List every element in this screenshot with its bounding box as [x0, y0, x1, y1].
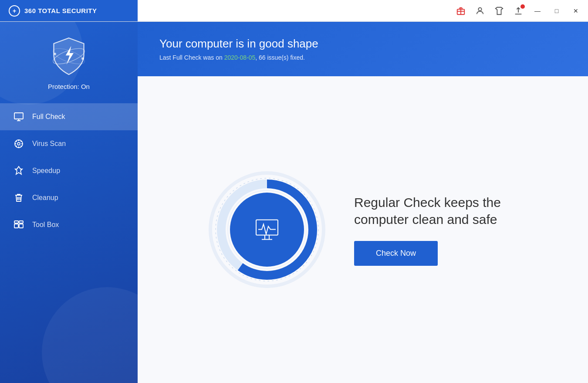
titlebar-controls: — □ ✕ — [452, 2, 588, 20]
update-badge — [520, 4, 525, 9]
logo-circle: + — [9, 5, 20, 17]
content-area: Your computer is in good shape Last Full… — [138, 22, 588, 383]
cleanup-icon — [13, 192, 24, 203]
titlebar: + 360 TOTAL SECURITY — — [0, 0, 588, 22]
svg-rect-18 — [256, 220, 278, 235]
status-title: Your computer is in good shape — [159, 37, 566, 51]
gift-button[interactable] — [452, 2, 470, 20]
cta-title: Regular Check keeps the computer clean a… — [354, 194, 520, 228]
toolbox-label: Tool Box — [32, 221, 59, 229]
svg-point-5 — [81, 58, 84, 60]
donut-center-icon — [230, 193, 304, 267]
toolbox-icon — [13, 219, 24, 230]
virus-scan-icon — [13, 138, 24, 149]
virus-scan-label: Virus Scan — [32, 140, 66, 148]
main-layout: Protection: On Full Check Virus Scan — [0, 22, 588, 383]
minimize-button[interactable]: — — [529, 2, 546, 20]
main-content: Regular Check keeps the computer clean a… — [138, 76, 588, 383]
svg-rect-9 — [14, 224, 18, 228]
full-check-label: Full Check — [32, 113, 65, 121]
maximize-button[interactable]: □ — [548, 2, 565, 20]
cleanup-label: Cleanup — [32, 194, 58, 202]
app-name: 360 TOTAL SECURITY — [24, 7, 97, 14]
status-subtitle: Last Full Check was on 2020-08-05, 66 is… — [159, 54, 566, 61]
sidebar-item-toolbox[interactable]: Tool Box — [0, 211, 138, 238]
full-check-icon — [13, 111, 24, 122]
svg-point-8 — [17, 142, 20, 145]
check-now-button[interactable]: Check Now — [354, 241, 438, 266]
shirt-button[interactable] — [490, 2, 508, 20]
speedup-label: Speedup — [32, 167, 60, 175]
speedup-icon — [13, 165, 24, 176]
shield-icon — [47, 35, 91, 78]
status-prefix: Last Full Check was on — [159, 54, 224, 61]
svg-point-4 — [54, 53, 56, 55]
status-suffix: , 66 issue(s) fixed. — [255, 54, 305, 61]
sidebar-item-virus-scan[interactable]: Virus Scan — [0, 130, 138, 157]
status-date: 2020-08-05 — [224, 54, 256, 61]
cta-area: Regular Check keeps the computer clean a… — [354, 194, 520, 266]
sidebar-item-full-check[interactable]: Full Check — [0, 103, 138, 130]
sidebar-logo-area: Protection: On — [47, 22, 91, 99]
donut-chart — [206, 169, 328, 291]
profile-button[interactable] — [471, 2, 489, 20]
close-button[interactable]: ✕ — [567, 2, 585, 20]
sidebar-item-cleanup[interactable]: Cleanup — [0, 184, 138, 211]
update-button[interactable] — [510, 2, 527, 20]
protection-status: Protection: On — [48, 83, 90, 90]
sidebar: Protection: On Full Check Virus Scan — [0, 22, 138, 383]
sidebar-item-speedup[interactable]: Speedup — [0, 157, 138, 184]
svg-rect-6 — [14, 113, 23, 119]
status-banner: Your computer is in good shape Last Full… — [138, 22, 588, 76]
titlebar-branding: + 360 TOTAL SECURITY — [0, 0, 138, 21]
nav-items: Full Check Virus Scan Speedup — [0, 103, 138, 238]
svg-rect-12 — [19, 221, 23, 223]
svg-point-1 — [478, 7, 481, 10]
svg-rect-10 — [19, 224, 23, 228]
svg-rect-11 — [14, 221, 18, 223]
